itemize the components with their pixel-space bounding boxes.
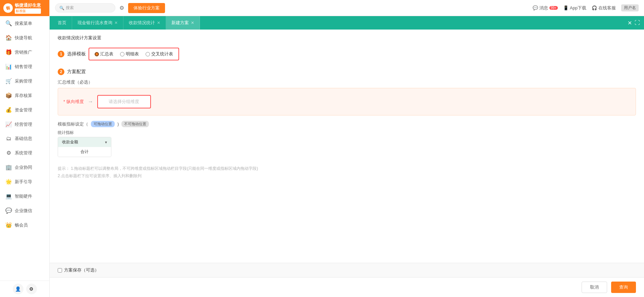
newbie-icon: 🌟 — [5, 179, 12, 185]
logo-badge: 标准版 — [15, 8, 41, 14]
indicator-settings-title: 模板指标设定（ — [58, 121, 88, 127]
dimension-label: * 纵向维度 — [63, 99, 84, 105]
user-name: 用户名 — [624, 5, 636, 10]
stat-table-container: 统计指标 收款金额 ▾ 合计 — [58, 130, 636, 157]
sales-icon: 📊 — [5, 63, 12, 70]
sidebar-item-newbie[interactable]: 🌟 新手引导 — [0, 175, 49, 189]
radio-cross-input[interactable] — [146, 52, 150, 56]
sidebar-item-wechat[interactable]: 💬 企业微信 — [0, 203, 49, 218]
operations-icon: 📈 — [5, 121, 12, 128]
tab-bank-flow-label: 现金银行流水查询 — [77, 20, 112, 26]
dimension-arrow-icon: → — [88, 99, 93, 105]
radio-detail-input[interactable] — [120, 52, 124, 56]
app-download-icon: 📱 — [563, 5, 569, 10]
indicator-settings-title-suffix: ) — [117, 121, 119, 127]
sidebar-item-marketing[interactable]: 🎁 营销推广 — [0, 45, 49, 59]
app-download-label: App下载 — [570, 5, 586, 11]
dimension-subsection-title: 汇总维度（必选） — [58, 79, 636, 85]
sidebar-item-search-menu[interactable]: 🔍 搜索菜单 — [0, 16, 49, 31]
sidebar-user-icon[interactable]: 👤 — [13, 284, 23, 294]
tab-collection-stat[interactable]: 收款情况统计 ✕ — [123, 16, 166, 30]
radio-summary-input[interactable] — [95, 52, 99, 56]
app-download-item[interactable]: 📱 App下载 — [563, 5, 586, 11]
marketing-icon: 🎁 — [5, 49, 12, 55]
radio-detail[interactable]: 明细表 — [120, 51, 139, 57]
logo-icon: 畅 — [3, 3, 13, 13]
sidebar-item-label: 企业微信 — [15, 208, 32, 214]
section-template: 1 选择模板 汇总表 明细表 — [58, 48, 636, 60]
sidebar-item-label: 库存核算 — [15, 93, 32, 99]
dimension-row: * 纵向维度 → 请选择分组维度 — [63, 95, 630, 108]
section1-number: 1 — [58, 51, 64, 57]
sidebar-item-finance[interactable]: 💰 资金管理 — [0, 103, 49, 117]
smart-hw-icon: 💻 — [5, 193, 12, 199]
quick-nav-icon: 🏠 — [5, 35, 12, 41]
sidebar-item-basic-info[interactable]: 🗂 基础信息 — [0, 132, 49, 146]
save-checkbox[interactable] — [58, 268, 62, 273]
footer-bar: 取消 查询 — [50, 277, 644, 297]
template-selector: 汇总表 明细表 交叉统计表 — [89, 48, 179, 60]
sidebar-item-enterprise[interactable]: 🏢 企业协同 — [0, 160, 49, 175]
topbar-search[interactable]: 🔍 搜索 — [55, 3, 115, 12]
stat-dropdown-icon[interactable]: ▾ — [105, 140, 107, 145]
sidebar-item-system[interactable]: ⚙ 系统管理 — [0, 146, 49, 160]
tab-new-plan[interactable]: 新建方案 ✕ — [166, 16, 200, 30]
sidebar-item-purchase[interactable]: 🛒 采购管理 — [0, 74, 49, 88]
query-button[interactable]: 查询 — [611, 282, 636, 293]
stat-subtotal: 合计 — [58, 147, 111, 157]
stat-table: 收款金额 ▾ 合计 — [58, 137, 111, 157]
sidebar-item-operations[interactable]: 📈 经营管理 — [0, 117, 49, 132]
indicator-settings-header: 模板指标设定（ 可拖动位置 ) 不可拖动位置 — [58, 121, 636, 127]
stat-header-label: 统计指标 — [58, 130, 636, 136]
enterprise-icon: 🏢 — [5, 164, 12, 170]
sidebar-item-label: 企业协同 — [15, 164, 32, 170]
sidebar-item-label: 畅会员 — [15, 222, 28, 228]
sidebar-item-label: 经营管理 — [15, 121, 32, 128]
draggable-badge: 可拖动位置 — [91, 121, 115, 127]
tab-home[interactable]: 首页 — [52, 16, 72, 30]
system-icon: ⚙ — [5, 150, 12, 156]
trial-button[interactable]: 体验行业方案 — [128, 3, 165, 13]
tab-close-all-icon[interactable]: ✕ — [628, 20, 632, 26]
tab-new-plan-close-icon[interactable]: ✕ — [191, 20, 194, 25]
template-radio-group: 汇总表 明细表 交叉统计表 — [95, 51, 173, 57]
sidebar-item-inventory[interactable]: 📦 库存核算 — [0, 88, 49, 103]
sidebar-item-label: 营销推广 — [15, 49, 32, 55]
sidebar-item-member[interactable]: 👑 畅会员 — [0, 218, 49, 232]
topbar: 🔍 搜索 ⚙ 体验行业方案 💬 消息 99+ 📱 App下载 🎧 在线客服 用户… — [50, 0, 644, 16]
sidebar-item-sales[interactable]: 📊 销售管理 — [0, 59, 49, 74]
user-avatar[interactable]: 用户名 — [621, 4, 639, 11]
content-area: 收款情况统计方案设置 1 选择模板 汇总表 — [50, 30, 644, 297]
purchase-icon: 🛒 — [5, 78, 12, 84]
non-draggable-badge: 不可拖动位置 — [121, 121, 149, 127]
sidebar-item-label: 快捷导航 — [15, 35, 32, 41]
radio-cross-label: 交叉统计表 — [151, 51, 173, 57]
online-service-item[interactable]: 🎧 在线客服 — [592, 5, 616, 11]
section-template-header: 1 选择模板 汇总表 明细表 — [58, 48, 636, 60]
tab-bank-flow-close-icon[interactable]: ✕ — [114, 20, 118, 25]
dimension-subsection: 汇总维度（必选） * 纵向维度 → 请选择分组维度 — [58, 79, 636, 115]
wechat-icon: 💬 — [5, 207, 12, 214]
radio-summary-label: 汇总表 — [100, 51, 113, 57]
tab-bank-flow[interactable]: 现金银行流水查询 ✕ — [72, 16, 123, 30]
hint-area: 提示： 1.拖动标题栏可以调整布局，不可跨维度或指标区域拖动栏目字段(只能在同一… — [58, 165, 636, 180]
sidebar-settings-icon[interactable]: ⚙ — [26, 284, 37, 294]
sidebar-item-smart-hw[interactable]: 💻 智能硬件 — [0, 189, 49, 203]
tabbar: 首页 现金银行流水查询 ✕ 收款情况统计 ✕ 新建方案 ✕ ✕ ⛶ — [50, 16, 644, 30]
member-icon: 👑 — [5, 222, 12, 228]
dimension-selector[interactable]: 请选择分组维度 — [97, 95, 151, 108]
topbar-gear-icon[interactable]: ⚙ — [119, 5, 124, 11]
tab-fullscreen-icon[interactable]: ⛶ — [635, 20, 640, 26]
tab-collection-stat-close-icon[interactable]: ✕ — [157, 20, 160, 25]
cancel-button[interactable]: 取消 — [582, 282, 607, 293]
sidebar-item-label: 基础信息 — [15, 136, 32, 142]
radio-cross[interactable]: 交叉统计表 — [146, 51, 173, 57]
search-placeholder: 搜索 — [66, 5, 74, 11]
sidebar-item-quick-nav[interactable]: 🏠 快捷导航 — [0, 31, 49, 45]
notification-item[interactable]: 💬 消息 99+ — [533, 5, 558, 11]
notification-icon: 💬 — [533, 5, 538, 10]
search-menu-icon: 🔍 — [5, 20, 12, 27]
main-area: 🔍 搜索 ⚙ 体验行业方案 💬 消息 99+ 📱 App下载 🎧 在线客服 用户… — [50, 0, 644, 297]
radio-summary[interactable]: 汇总表 — [95, 51, 113, 57]
basic-info-icon: 🗂 — [5, 136, 12, 142]
